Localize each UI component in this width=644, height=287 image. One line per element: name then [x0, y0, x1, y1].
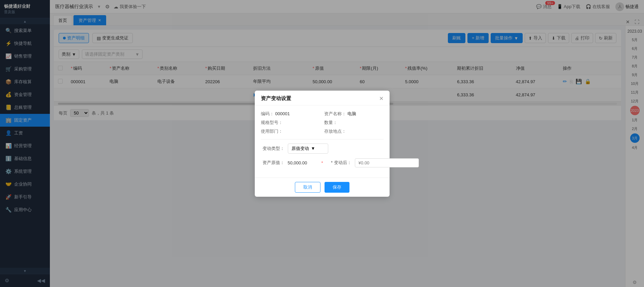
- modal-dept-label: 使用部门：: [261, 128, 283, 134]
- modal-asset-name-value: 电脑: [347, 111, 356, 117]
- cancel-label: 取消: [303, 185, 312, 190]
- change-type-select[interactable]: 原值变动 ▼: [288, 144, 328, 154]
- original-value-display: 50,000.00: [288, 160, 318, 165]
- modal-title: 资产变动设置: [261, 95, 291, 102]
- modal-dept-item: 使用部门：: [261, 128, 320, 134]
- change-type-dropdown-icon: ▼: [311, 146, 315, 151]
- required-star-after: *: [321, 160, 323, 165]
- modal-location-item: 存放地点：: [324, 128, 384, 134]
- asset-change-modal: 资产变动设置 ✕ 编码： 000001 资产名称： 电脑 规格型号：: [255, 91, 390, 197]
- change-type-value: 原值变动: [292, 146, 309, 152]
- modal-quantity-item: 数量：: [324, 120, 384, 126]
- modal-spec-item: 规格型号：: [261, 120, 320, 126]
- modal-spec-label: 规格型号：: [261, 120, 283, 126]
- modal-asset-name-label: 资产名称：: [324, 111, 346, 117]
- cancel-button[interactable]: 取消: [295, 182, 320, 193]
- modal-location-label: 存放地点：: [324, 128, 346, 134]
- modal-code-value: 000001: [275, 111, 290, 116]
- after-change-input[interactable]: [355, 158, 419, 167]
- save-label: 保存: [333, 185, 341, 190]
- original-value-label: 资产原值：: [261, 160, 284, 166]
- modal-close-btn[interactable]: ✕: [379, 95, 384, 102]
- modal-divider: [261, 139, 384, 139]
- modal-body: 编码： 000001 资产名称： 电脑 规格型号： 数量： 使用部门：: [255, 105, 390, 178]
- modal-quantity-label: 数量：: [324, 120, 337, 126]
- modal-footer: 取消 保存: [255, 178, 390, 197]
- change-type-label: 变动类型：: [261, 146, 284, 152]
- change-type-row: 变动类型： 原值变动 ▼: [261, 144, 384, 154]
- save-button[interactable]: 保存: [325, 182, 349, 193]
- modal-code-item: 编码： 000001: [261, 111, 320, 117]
- value-change-row: 资产原值： 50,000.00 * * 变动后：: [261, 158, 384, 167]
- modal-asset-name-item: 资产名称： 电脑: [324, 111, 384, 117]
- modal-overlay: 资产变动设置 ✕ 编码： 000001 资产名称： 电脑 规格型号：: [0, 0, 644, 287]
- modal-info-grid: 编码： 000001 资产名称： 电脑 规格型号： 数量： 使用部门：: [261, 111, 384, 134]
- modal-header: 资产变动设置 ✕: [255, 91, 390, 105]
- modal-code-label: 编码：: [261, 111, 274, 117]
- after-change-label: * 变动后：: [328, 160, 351, 166]
